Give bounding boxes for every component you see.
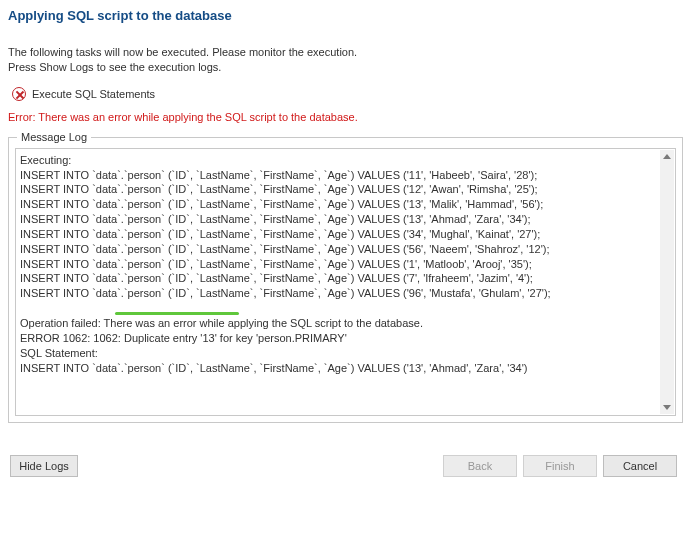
task-row: Execute SQL Statements — [12, 87, 683, 101]
back-button: Back — [443, 455, 517, 477]
scrollbar[interactable] — [660, 150, 674, 414]
message-log-text: Executing: INSERT INTO `data`.`person` (… — [20, 153, 659, 376]
highlight-underline — [115, 312, 239, 315]
cancel-button[interactable]: Cancel — [603, 455, 677, 477]
intro-text-1: The following tasks will now be executed… — [8, 45, 683, 60]
finish-button: Finish — [523, 455, 597, 477]
message-log-legend: Message Log — [17, 131, 91, 143]
intro-text-2: Press Show Logs to see the execution log… — [8, 60, 683, 75]
error-banner: Error: There was an error while applying… — [8, 111, 683, 123]
page-title: Applying SQL script to the database — [8, 8, 683, 23]
scroll-down-icon[interactable] — [663, 405, 671, 410]
footer-bar: Hide Logs Back Finish Cancel — [8, 445, 683, 477]
task-label: Execute SQL Statements — [32, 88, 155, 100]
hide-logs-button[interactable]: Hide Logs — [10, 455, 78, 477]
error-icon — [12, 87, 26, 101]
message-log-group: Message Log Executing: INSERT INTO `data… — [8, 137, 683, 423]
scroll-up-icon[interactable] — [663, 154, 671, 159]
message-log-area[interactable]: Executing: INSERT INTO `data`.`person` (… — [15, 148, 676, 416]
